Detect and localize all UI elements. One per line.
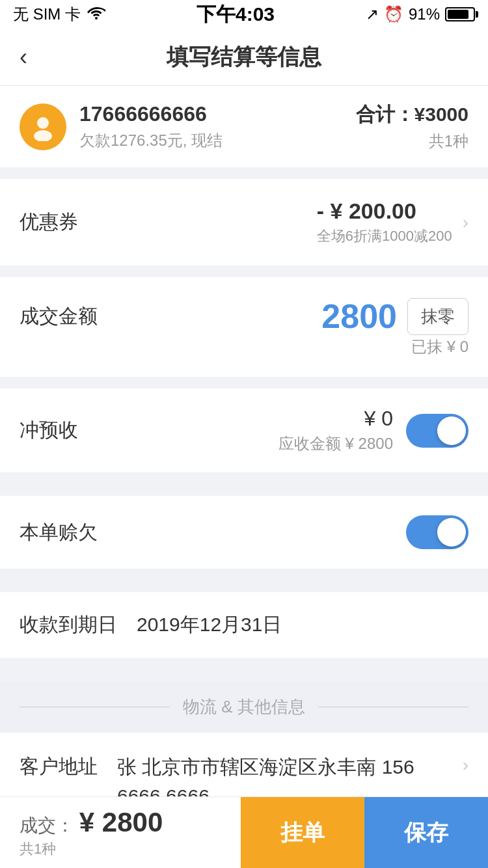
bad-debt-label: 本单赊欠 — [20, 519, 98, 546]
bad-debt-toggle-knob — [437, 518, 466, 547]
pre-collect-toggle[interactable] — [406, 414, 468, 448]
page-title: 填写结算等信息 — [167, 42, 321, 72]
chevron-right-icon: › — [463, 212, 468, 233]
save-button[interactable]: 保存 — [364, 797, 488, 869]
bottom-bar: 成交： ¥ 2800 共1种 挂单 保存 — [0, 796, 488, 868]
divider-line-right — [318, 707, 468, 707]
bottom-deal-label: 成交： — [20, 815, 74, 835]
coupon-label: 优惠券 — [20, 209, 78, 236]
bad-debt-row: 本单赊欠 — [0, 496, 488, 569]
coupon-right: - ¥ 200.00 全场6折满1000减200 › — [317, 198, 468, 246]
bottom-summary: 成交： ¥ 2800 共1种 — [0, 807, 241, 859]
deal-section: 成交金额 2800 抹零 已抹 ¥ 0 — [0, 277, 488, 377]
user-phone: 17666666666 — [79, 102, 223, 126]
user-row: 17666666666 欠款1276.35元, 现结 合计：¥3000 共1种 — [0, 86, 488, 167]
bottom-deal-row: 成交： ¥ 2800 — [20, 807, 221, 838]
pre-collect-card: 冲预收 ¥ 0 应收金额 ¥ 2800 — [0, 388, 488, 472]
deal-label: 成交金额 — [20, 303, 98, 330]
battery-icon — [445, 7, 475, 21]
logistics-label: 物流 & 其他信息 — [183, 696, 305, 718]
status-left: 无 SIM 卡 — [13, 4, 105, 25]
total-amount: 合计：¥3000 — [356, 102, 468, 128]
user-info: 17666666666 欠款1276.35元, 现结 — [79, 102, 223, 151]
user-debt: 欠款1276.35元, 现结 — [79, 130, 223, 151]
bottom-count: 共1种 — [20, 839, 221, 859]
coupon-row[interactable]: 优惠券 - ¥ 200.00 全场6折满1000减200 › — [0, 179, 488, 265]
total-count: 共1种 — [356, 131, 468, 152]
section-gap-1 — [0, 484, 488, 496]
section-gap-2 — [0, 580, 488, 592]
toggle-knob — [437, 416, 466, 445]
logistics-divider: 物流 & 其他信息 — [0, 681, 488, 733]
bottom-deal-amount: ¥ 2800 — [79, 807, 163, 837]
deal-sub: 已抹 ¥ 0 — [411, 338, 468, 355]
bad-debt-toggle[interactable] — [406, 515, 468, 549]
deal-amount: 2800 — [321, 297, 397, 336]
alarm-icon: ⏰ — [384, 5, 403, 23]
sim-text: 无 SIM 卡 — [13, 4, 81, 25]
avatar — [20, 103, 66, 150]
due-date-card: 收款到期日 2019年12月31日 — [0, 592, 488, 658]
due-date-row: 收款到期日 2019年12月31日 — [0, 592, 488, 658]
wifi-icon — [87, 5, 105, 23]
due-date-label: 收款到期日 — [20, 612, 117, 638]
pre-receivable: 应收金额 ¥ 2800 — [278, 433, 393, 454]
due-date-value: 2019年12月31日 — [137, 612, 282, 638]
round-button[interactable]: 抹零 — [407, 298, 468, 335]
hang-button[interactable]: 挂单 — [241, 797, 364, 869]
back-button[interactable]: ‹ — [20, 44, 59, 71]
deal-right: 2800 抹零 — [321, 297, 468, 336]
coupon-amount: - ¥ 200.00 — [317, 198, 452, 224]
section-gap-3 — [0, 670, 488, 681]
svg-point-0 — [37, 117, 49, 129]
address-label: 客户地址 — [20, 752, 98, 780]
address-chevron-icon: › — [463, 752, 468, 776]
bad-debt-card: 本单赊欠 — [0, 496, 488, 569]
pre-collect-right: ¥ 0 应收金额 ¥ 2800 — [278, 407, 468, 454]
location-icon: ↗ — [366, 5, 379, 23]
status-bar: 无 SIM 卡 下午4:03 ↗ ⏰ 91% — [0, 0, 488, 29]
pre-amount: ¥ 0 — [278, 407, 393, 431]
user-right: 合计：¥3000 共1种 — [356, 102, 468, 152]
pre-collect-label: 冲预收 — [20, 417, 78, 444]
coupon-desc: 全场6折满1000减200 — [317, 226, 452, 246]
status-time: 下午4:03 — [197, 1, 275, 28]
battery-text: 91% — [409, 5, 440, 23]
svg-point-1 — [34, 130, 52, 141]
divider-line-left — [20, 707, 170, 707]
pre-amount-block: ¥ 0 应收金额 ¥ 2800 — [278, 407, 393, 454]
deal-row: 成交金额 2800 抹零 — [20, 297, 468, 336]
user-left: 17666666666 欠款1276.35元, 现结 — [20, 102, 223, 151]
pre-collect-row: 冲预收 ¥ 0 应收金额 ¥ 2800 — [0, 388, 488, 472]
content: 17666666666 欠款1276.35元, 现结 合计：¥3000 共1种 … — [0, 86, 488, 868]
coupon-card[interactable]: 优惠券 - ¥ 200.00 全场6折满1000减200 › — [0, 179, 488, 265]
status-right: ↗ ⏰ 91% — [366, 5, 475, 23]
nav-bar: ‹ 填写结算等信息 — [0, 29, 488, 86]
